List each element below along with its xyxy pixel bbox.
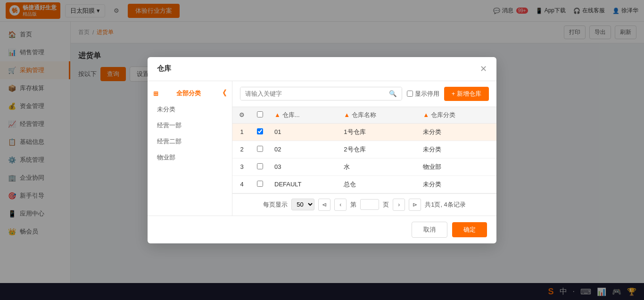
table-panel: 🔍 显示停用 + 新增仓库 ⚙ xyxy=(232,81,496,216)
table-row[interactable]: 3 03 水 物业部 xyxy=(232,158,496,175)
pagination: 每页显示 50 ⊲ ‹ 第 1 页 › ⊳ 共1页, 4条记录 xyxy=(232,193,496,216)
col-name: ▲仓库名称 xyxy=(338,107,417,124)
page-label: 第 xyxy=(350,200,356,209)
modal-footer: 取消 确定 xyxy=(148,216,496,243)
row-num: 4 xyxy=(232,175,251,193)
row-code: 01 xyxy=(269,123,338,141)
row-code: 03 xyxy=(269,158,338,175)
first-page-btn[interactable]: ⊲ xyxy=(318,199,330,211)
all-category-header[interactable]: ⊞ 全部分类 《 xyxy=(148,86,232,101)
category-item-经营二部[interactable]: 经营二部 xyxy=(148,133,232,150)
row-code: 02 xyxy=(269,141,338,158)
search-input-wrap: 🔍 xyxy=(240,87,402,100)
table-row[interactable]: 2 02 2号仓库 未分类 xyxy=(232,141,496,158)
row-checkbox[interactable] xyxy=(251,123,269,141)
row-checkbox[interactable] xyxy=(251,141,269,158)
row-num: 2 xyxy=(232,141,251,158)
warehouse-modal: 仓库 ✕ ⊞ 全部分类 《 未分类经营一部经营二部物业部 🔍 xyxy=(148,57,496,243)
row-name: 2号仓库 xyxy=(338,141,417,158)
row-checkbox[interactable] xyxy=(251,175,269,193)
table-row[interactable]: 4 DEFAULT 总仓 未分类 xyxy=(232,175,496,193)
row-num: 1 xyxy=(232,123,251,141)
next-page-btn[interactable]: › xyxy=(393,199,405,211)
cancel-button[interactable]: 取消 xyxy=(412,222,447,238)
all-category-label: 全部分类 xyxy=(176,89,201,98)
table-head: ⚙ ▲仓库... ▲仓库名称 ▲仓库分类 xyxy=(232,107,496,124)
search-input[interactable] xyxy=(240,87,384,100)
search-icon-button[interactable]: 🔍 xyxy=(384,87,402,100)
category-item-经营一部[interactable]: 经营一部 xyxy=(148,117,232,133)
page-suffix: 页 xyxy=(383,200,389,209)
prev-page-btn[interactable]: ‹ xyxy=(334,199,347,211)
row-name: 水 xyxy=(338,158,417,175)
table-scroll: ⚙ ▲仓库... ▲仓库名称 ▲仓库分类 1 01 1号 xyxy=(232,107,496,193)
category-panel: ⊞ 全部分类 《 未分类经营一部经营二部物业部 xyxy=(148,81,232,216)
collapse-category-btn[interactable]: 《 xyxy=(219,89,226,99)
per-page-label: 每页显示 xyxy=(263,200,288,209)
show-disabled-label[interactable]: 显示停用 xyxy=(407,90,439,98)
row-name: 总仓 xyxy=(338,175,417,193)
row-code: DEFAULT xyxy=(269,175,338,193)
row-name: 1号仓库 xyxy=(338,123,417,141)
confirm-button[interactable]: 确定 xyxy=(452,222,487,237)
row-num: 3 xyxy=(232,158,251,175)
col-settings: ⚙ xyxy=(232,107,251,124)
row-category: 未分类 xyxy=(417,175,496,193)
row-category: 未分类 xyxy=(417,123,496,141)
category-item-未分类[interactable]: 未分类 xyxy=(148,101,232,117)
category-item-物业部[interactable]: 物业部 xyxy=(148,150,232,166)
row-category: 物业部 xyxy=(417,158,496,175)
modal-header: 仓库 ✕ xyxy=(148,57,496,81)
table-toolbar: 🔍 显示停用 + 新增仓库 xyxy=(232,81,496,107)
modal-title: 仓库 xyxy=(157,64,171,73)
col-code: ▲仓库... xyxy=(269,107,338,124)
col-checkbox xyxy=(251,107,269,124)
table-body: 1 01 1号仓库 未分类 2 02 2号仓库 未分类 3 03 水 物业部 4… xyxy=(232,123,496,193)
category-grid-icon: ⊞ xyxy=(153,90,158,97)
modal-overlay: 仓库 ✕ ⊞ 全部分类 《 未分类经营一部经营二部物业部 🔍 xyxy=(0,0,644,300)
warehouse-table: ⚙ ▲仓库... ▲仓库名称 ▲仓库分类 1 01 1号 xyxy=(232,107,496,193)
select-all-checkbox[interactable] xyxy=(257,111,263,117)
table-header-row: ⚙ ▲仓库... ▲仓库名称 ▲仓库分类 xyxy=(232,107,496,124)
col-category: ▲仓库分类 xyxy=(417,107,496,124)
row-category: 未分类 xyxy=(417,141,496,158)
page-number-input[interactable]: 1 xyxy=(360,199,379,210)
add-warehouse-button[interactable]: + 新增仓库 xyxy=(444,87,489,101)
total-info: 共1页, 4条记录 xyxy=(425,200,466,209)
last-page-btn[interactable]: ⊳ xyxy=(409,199,421,211)
table-row[interactable]: 1 01 1号仓库 未分类 xyxy=(232,123,496,141)
per-page-select[interactable]: 50 xyxy=(291,199,314,210)
modal-body: ⊞ 全部分类 《 未分类经营一部经营二部物业部 🔍 显示停用 xyxy=(148,81,496,216)
show-disabled-checkbox[interactable] xyxy=(407,91,413,97)
row-checkbox[interactable] xyxy=(251,158,269,175)
modal-close-button[interactable]: ✕ xyxy=(480,64,487,74)
